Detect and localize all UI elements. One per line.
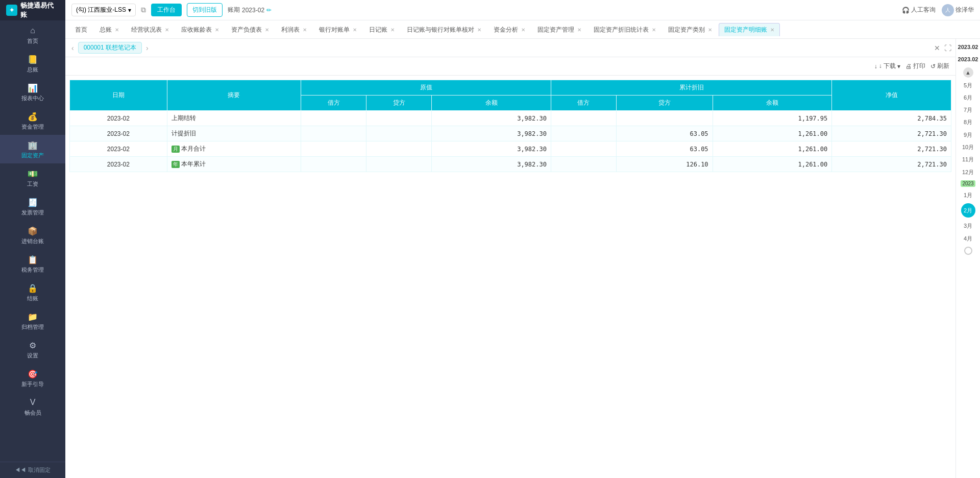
user-profile-btn[interactable]: 人 徐泽华 bbox=[942, 4, 974, 16]
timeline-month-item[interactable]: 3月 bbox=[956, 220, 980, 232]
tab-profit[interactable]: 利润表✕ bbox=[276, 23, 312, 36]
col-summary: 摘要 bbox=[167, 80, 301, 111]
timeline-month-item[interactable]: 5月 bbox=[956, 79, 980, 91]
tab-close-fixed_category[interactable]: ✕ bbox=[708, 27, 712, 33]
tab-close-bank_reconcile[interactable]: ✕ bbox=[477, 27, 481, 33]
download-icon: ↓ bbox=[874, 63, 877, 70]
tab-bank_stmt[interactable]: 银行对账单✕ bbox=[313, 23, 362, 36]
tab-receivable[interactable]: 应收账龄表✕ bbox=[176, 23, 225, 36]
refresh-btn[interactable]: ↺ 刷新 bbox=[930, 62, 949, 70]
sidebar-item-home[interactable]: ⌂ 首页 bbox=[0, 20, 65, 49]
sidebar-item-ledger[interactable]: 📒 总账 bbox=[0, 49, 65, 78]
timeline-month-item[interactable]: 11月 bbox=[956, 153, 980, 165]
tab-close-capital_analysis[interactable]: ✕ bbox=[521, 27, 525, 33]
switch-version-button[interactable]: 切到旧版 bbox=[187, 3, 223, 17]
tab-label-business: 经营状况表 bbox=[131, 26, 162, 34]
tab-close-depreciation_stat[interactable]: ✕ bbox=[652, 27, 656, 33]
timeline-active-month[interactable]: 2月 bbox=[961, 203, 975, 218]
cell-dep-balance: 1,197.95 bbox=[713, 111, 832, 126]
cell-summary: 计提折旧 bbox=[167, 126, 301, 141]
timeline-dot[interactable] bbox=[964, 247, 972, 255]
sidebar-item-sales[interactable]: 📦 进销台账 bbox=[0, 221, 65, 249]
tab-fixed_detail[interactable]: 固定资产明细账✕ bbox=[719, 23, 780, 36]
sub-tab-prev-btn[interactable]: ‹ bbox=[71, 44, 74, 52]
copy-icon[interactable]: ⧉ bbox=[141, 6, 146, 14]
sidebar-item-fixed_assets[interactable]: 🏢 固定资产 bbox=[0, 135, 65, 163]
timeline-period-1: 2023.02 bbox=[956, 53, 980, 65]
cell-orig-debit bbox=[301, 126, 366, 141]
tab-capital_analysis[interactable]: 资金分析✕ bbox=[488, 23, 531, 36]
tab-journal[interactable]: 日记账✕ bbox=[363, 23, 400, 36]
sidebar-item-guide[interactable]: 🎯 新手引导 bbox=[0, 364, 65, 392]
company-selector[interactable]: (勾) 江西服业-LSS ▾ bbox=[71, 4, 136, 16]
tab-close-ledger[interactable]: ✕ bbox=[115, 27, 119, 33]
sidebar-item-settings[interactable]: ⚙ 设置 bbox=[0, 335, 65, 364]
sidebar-icon-invoice: 🧾 bbox=[28, 197, 38, 207]
tab-close-business[interactable]: ✕ bbox=[165, 27, 169, 33]
timeline-active-month-container: 2月 bbox=[961, 201, 975, 220]
tab-close-balance[interactable]: ✕ bbox=[265, 27, 269, 33]
timeline-month-item[interactable]: 6月 bbox=[956, 91, 980, 104]
tab-close-journal[interactable]: ✕ bbox=[390, 27, 395, 33]
tab-close-fixed_mgmt[interactable]: ✕ bbox=[577, 27, 581, 33]
sub-tab-next-btn[interactable]: › bbox=[146, 44, 149, 52]
sidebar-label-close: 结账 bbox=[27, 295, 38, 302]
download-btn[interactable]: ↓ ↓ 下载 ▾ bbox=[874, 62, 900, 70]
tab-home[interactable]: 首页 bbox=[69, 23, 93, 36]
table-row: 2023-02 年本年累计 3,982.30 126.10 1,261.00 2… bbox=[70, 157, 951, 172]
tab-depreciation_stat[interactable]: 固定资产折旧统计表✕ bbox=[588, 23, 662, 36]
sidebar-item-tax[interactable]: 📋 税务管理 bbox=[0, 249, 65, 278]
timeline-panel: 2023.022023.02▲5月6月7月8月9月10月11月12月20231月… bbox=[955, 39, 980, 478]
sidebar-item-archive[interactable]: 📁 归档管理 bbox=[0, 306, 65, 335]
sidebar-item-member[interactable]: V 畅会员 bbox=[0, 392, 65, 421]
topbar: (勾) 江西服业-LSS ▾ ⧉ 工作台 切到旧版 账期 2023-02 ✏ 🎧… bbox=[65, 0, 980, 20]
tab-close-receivable[interactable]: ✕ bbox=[215, 27, 219, 33]
sidebar-item-payroll[interactable]: 💵 工资 bbox=[0, 163, 65, 192]
tab-ledger[interactable]: 总账✕ bbox=[94, 23, 125, 36]
sidebar-label-capital: 资金管理 bbox=[21, 123, 44, 131]
tab-business[interactable]: 经营状况表✕ bbox=[126, 23, 175, 36]
cell-orig-credit bbox=[366, 111, 432, 126]
fullscreen-btn[interactable]: ⛶ bbox=[944, 44, 951, 52]
tab-bank_reconcile[interactable]: 日记账与银行对账单核对✕ bbox=[401, 23, 487, 36]
timeline-up-btn[interactable]: ▲ bbox=[963, 67, 973, 78]
tab-close-profit[interactable]: ✕ bbox=[303, 27, 307, 33]
chevron-down-icon: ▾ bbox=[128, 7, 131, 14]
toolbar: ↓ ↓ 下载 ▾ 🖨 打印 ↺ 刷新 bbox=[65, 57, 955, 76]
cell-net-value: 2,784.35 bbox=[832, 111, 951, 126]
close-panel-btn[interactable]: ✕ bbox=[934, 44, 940, 52]
edit-period-icon[interactable]: ✏ bbox=[266, 7, 272, 14]
sidebar-label-settings: 设置 bbox=[27, 352, 38, 360]
sidebar-item-invoice[interactable]: 🧾 发票管理 bbox=[0, 192, 65, 221]
cell-orig-debit bbox=[301, 157, 366, 172]
sidebar-item-capital[interactable]: 💰 资金管理 bbox=[0, 106, 65, 135]
timeline-month-item[interactable]: 9月 bbox=[956, 129, 980, 141]
content-area: ‹ 000001 联想笔记本 › ✕ ⛶ ↓ ↓ 下载 ▾ bbox=[65, 39, 980, 478]
timeline-month-item[interactable]: 1月 bbox=[956, 189, 980, 201]
timeline-month-item[interactable]: 4月 bbox=[956, 232, 980, 245]
cell-orig-balance: 3,982.30 bbox=[432, 141, 551, 157]
timeline-month-item[interactable]: 10月 bbox=[956, 141, 980, 153]
table-row: 2023-02 月本月合计 3,982.30 63.05 1,261.00 2,… bbox=[70, 141, 951, 157]
sidebar-pin-toggle[interactable]: ◀◀ 取消固定 bbox=[0, 462, 65, 478]
tab-fixed_mgmt[interactable]: 固定资产管理✕ bbox=[532, 23, 587, 36]
cell-dep-credit: 126.10 bbox=[617, 157, 713, 172]
tab-close-fixed_detail[interactable]: ✕ bbox=[770, 27, 774, 33]
cell-dep-credit: 63.05 bbox=[617, 126, 713, 141]
asset-sub-tab[interactable]: 000001 联想笔记本 bbox=[78, 42, 142, 54]
timeline-year-badge: 2023 bbox=[961, 178, 975, 189]
print-btn[interactable]: 🖨 打印 bbox=[905, 62, 925, 70]
workbench-button[interactable]: 工作台 bbox=[151, 4, 182, 16]
sidebar-item-close[interactable]: 🔒 结账 bbox=[0, 278, 65, 306]
customer-service-btn[interactable]: 🎧 人工客询 bbox=[902, 6, 936, 14]
panel-main: ‹ 000001 联想笔记本 › ✕ ⛶ ↓ ↓ 下载 ▾ bbox=[65, 39, 955, 478]
timeline-month-item[interactable]: 7月 bbox=[956, 104, 980, 116]
tab-balance[interactable]: 资产负债表✕ bbox=[226, 23, 275, 36]
timeline-month-item[interactable]: 12月 bbox=[956, 166, 980, 178]
sidebar-item-reports[interactable]: 📊 报表中心 bbox=[0, 78, 65, 106]
tab-fixed_category[interactable]: 固定资产类别✕ bbox=[663, 23, 718, 36]
col-dep-credit: 贷方 bbox=[617, 95, 713, 111]
sidebar-icon-payroll: 💵 bbox=[28, 169, 38, 179]
tab-close-bank_stmt[interactable]: ✕ bbox=[353, 27, 357, 33]
timeline-month-item[interactable]: 8月 bbox=[956, 116, 980, 128]
